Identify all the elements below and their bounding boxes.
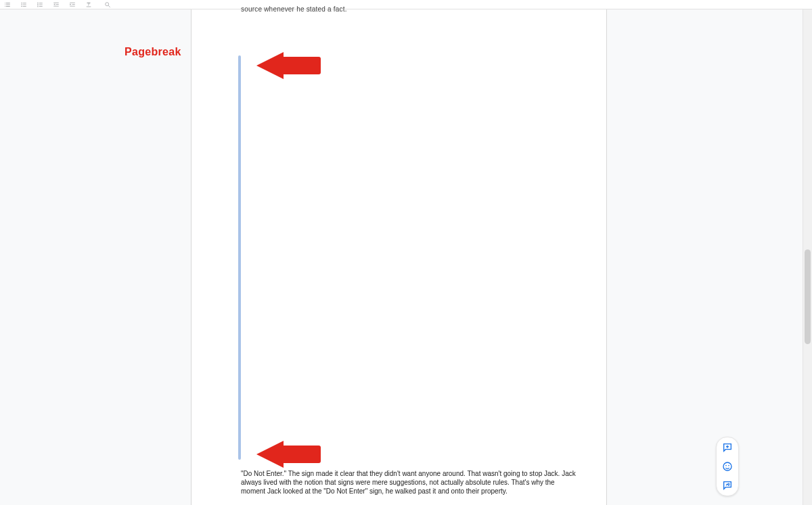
scrollbar-thumb[interactable] bbox=[805, 249, 811, 344]
search-icon[interactable] bbox=[104, 1, 111, 8]
svg-rect-6 bbox=[39, 3, 43, 3]
svg-line-20 bbox=[108, 5, 110, 7]
svg-point-25 bbox=[728, 465, 729, 466]
bulleted-list-icon[interactable] bbox=[20, 1, 27, 8]
floating-action-column bbox=[716, 437, 739, 496]
svg-point-0 bbox=[21, 2, 22, 3]
blank-page[interactable] bbox=[191, 51, 607, 466]
body-text-remnant: source whenever he stated a fact. bbox=[241, 5, 347, 13]
svg-rect-16 bbox=[72, 4, 75, 5]
svg-rect-5 bbox=[23, 6, 26, 7]
svg-point-23 bbox=[723, 462, 731, 471]
suggest-edits-button[interactable] bbox=[721, 479, 734, 492]
svg-rect-10 bbox=[37, 4, 38, 5]
emoji-reaction-button[interactable] bbox=[721, 460, 734, 473]
svg-rect-11 bbox=[37, 5, 38, 7]
annotation-label: Pagebreak bbox=[125, 46, 181, 58]
clear-formatting-icon[interactable] bbox=[85, 1, 92, 8]
text-cursor-selection-bar bbox=[238, 55, 241, 460]
svg-rect-12 bbox=[53, 2, 59, 3]
document-canvas[interactable]: source whenever he stated a fact. "Do No… bbox=[0, 9, 812, 505]
numbered-list-icon[interactable] bbox=[37, 1, 43, 8]
svg-rect-17 bbox=[70, 5, 75, 6]
svg-point-24 bbox=[725, 465, 727, 466]
svg-rect-8 bbox=[39, 6, 43, 7]
svg-point-2 bbox=[21, 4, 22, 5]
svg-rect-15 bbox=[70, 2, 75, 3]
svg-rect-9 bbox=[37, 2, 38, 3]
svg-rect-3 bbox=[23, 4, 26, 5]
increase-indent-icon[interactable] bbox=[69, 1, 76, 8]
decrease-indent-icon[interactable] bbox=[53, 1, 60, 8]
svg-rect-18 bbox=[87, 6, 91, 7]
add-comment-button[interactable] bbox=[721, 441, 734, 454]
svg-rect-7 bbox=[39, 4, 43, 5]
svg-rect-14 bbox=[53, 5, 59, 6]
toolbar bbox=[0, 0, 812, 9]
page-fragment-below: "Do Not Enter." The sign made it clear t… bbox=[191, 466, 607, 505]
page-fragment-above: source whenever he stated a fact. bbox=[191, 9, 607, 51]
svg-rect-13 bbox=[56, 4, 59, 5]
svg-rect-1 bbox=[23, 3, 26, 3]
vertical-scrollbar[interactable] bbox=[803, 9, 812, 505]
svg-point-19 bbox=[106, 2, 109, 5]
body-text: "Do Not Enter." The sign made it clear t… bbox=[241, 469, 579, 496]
svg-point-4 bbox=[21, 5, 22, 7]
checklist-icon[interactable] bbox=[4, 1, 11, 8]
